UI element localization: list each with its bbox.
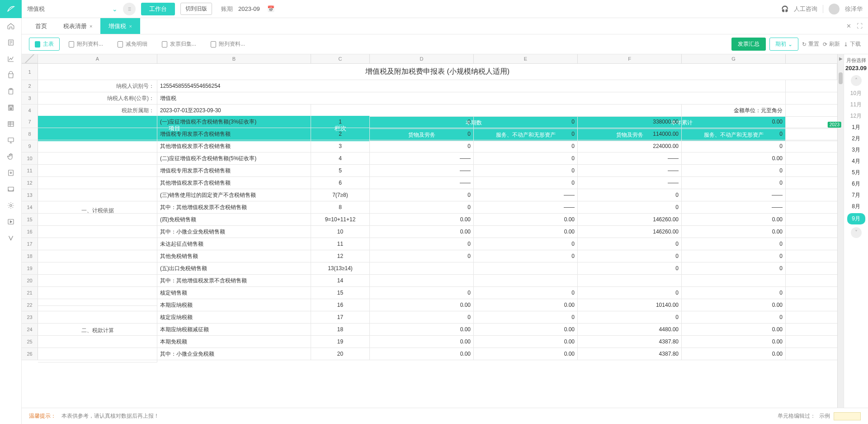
item-cell[interactable]: 其中：小微企业免税额 xyxy=(157,348,311,360)
col-cell[interactable]: 17 xyxy=(311,311,370,323)
data-cell[interactable]: 0.00 xyxy=(370,336,474,348)
col-cell[interactable]: 7(7≥8) xyxy=(311,189,370,201)
data-cell[interactable]: 0 xyxy=(474,116,578,128)
row-header[interactable]: 8 xyxy=(22,128,38,140)
data-cell[interactable]: 146260.00 xyxy=(578,214,682,225)
month-option[interactable]: 2月 xyxy=(844,133,868,144)
subtab-主表[interactable]: 主表 xyxy=(29,38,60,51)
data-cell[interactable]: 0.00 xyxy=(370,324,474,335)
subtab-附列资料...[interactable]: 附列资料... xyxy=(63,38,108,51)
data-cell[interactable] xyxy=(370,275,474,286)
item-cell[interactable]: 本期应纳税额 xyxy=(157,299,311,311)
data-cell[interactable]: 0 xyxy=(370,128,474,140)
data-cell[interactable]: —— xyxy=(682,201,786,213)
download-button[interactable]: ⤓下载 xyxy=(844,40,861,48)
data-cell[interactable]: 0 xyxy=(578,262,682,274)
scrollbar[interactable]: ▶ xyxy=(837,54,844,408)
item-cell[interactable]: (一)应征增值税不含税销售额(3%征收率) xyxy=(157,116,311,128)
col-header[interactable]: B xyxy=(157,54,311,63)
col-cell[interactable]: 15 xyxy=(311,287,370,299)
row-header[interactable]: 18 xyxy=(22,250,38,262)
data-cell[interactable]: 0 xyxy=(578,287,682,299)
col-cell[interactable]: 11 xyxy=(311,238,370,250)
data-cell[interactable]: 146260.00 xyxy=(578,226,682,238)
data-cell[interactable]: 0 xyxy=(370,311,474,323)
row-header[interactable]: 20 xyxy=(22,275,38,286)
row-header[interactable]: 16 xyxy=(22,226,38,238)
avatar[interactable] xyxy=(829,4,840,14)
data-cell[interactable]: 0 xyxy=(578,201,682,213)
nav-hand-icon[interactable] xyxy=(0,148,22,165)
col-cell[interactable]: 2 xyxy=(311,128,370,140)
data-cell[interactable]: 0 xyxy=(682,128,786,140)
subtab-发票归集...[interactable]: 发票归集... xyxy=(156,38,202,51)
data-cell[interactable]: 4387.80 xyxy=(578,336,682,348)
col-header[interactable]: G xyxy=(682,54,786,63)
item-cell[interactable]: 其中：其他增值税发票不含税销售额 xyxy=(157,275,311,286)
month-nav-down[interactable]: ˅ xyxy=(851,227,862,238)
item-cell[interactable]: (二)应征增值税不含税销售额(5%征收率) xyxy=(157,152,311,164)
item-cell[interactable]: 其他免税销售额 xyxy=(157,250,311,262)
col-header[interactable]: E xyxy=(474,54,578,63)
data-cell[interactable]: 0 xyxy=(682,262,786,274)
col-cell[interactable]: 19 xyxy=(311,336,370,348)
reset-button[interactable]: ↻重置 xyxy=(802,40,819,48)
row-header[interactable]: 26 xyxy=(22,348,38,360)
item-cell[interactable]: (五)出口免税销售额 xyxy=(157,262,311,274)
data-cell[interactable]: 4480.00 xyxy=(578,324,682,335)
data-cell[interactable]: 0 xyxy=(370,250,474,262)
col-cell[interactable]: 9=10+11+12 xyxy=(311,214,370,225)
tab-首页[interactable]: 首页 xyxy=(27,18,55,34)
data-cell[interactable]: 0 xyxy=(682,177,786,189)
data-cell[interactable]: 0 xyxy=(682,140,786,152)
data-cell[interactable]: 0.00 xyxy=(682,152,786,164)
data-cell[interactable] xyxy=(474,275,578,286)
month-option[interactable]: 8月 xyxy=(844,201,868,212)
chevron-right-icon[interactable]: ▶ xyxy=(839,56,843,61)
data-cell[interactable]: 0 xyxy=(370,287,474,299)
item-cell[interactable]: 本期免税额 xyxy=(157,336,311,348)
subtab-附列资料...[interactable]: 附列资料... xyxy=(205,38,250,51)
consult-link[interactable]: 人工咨询 xyxy=(794,5,817,13)
tab-税表清册[interactable]: 税表清册× xyxy=(55,18,100,34)
data-cell[interactable]: —— xyxy=(682,189,786,201)
close-all-icon[interactable]: ✕ xyxy=(846,23,851,29)
col-cell[interactable]: 4 xyxy=(311,152,370,164)
data-cell[interactable]: 0.00 xyxy=(682,116,786,128)
data-cell[interactable]: 0 xyxy=(474,140,578,152)
data-cell[interactable]: 0.00 xyxy=(474,336,578,348)
data-cell[interactable]: 0.00 xyxy=(474,214,578,225)
col-header[interactable]: D xyxy=(370,54,474,63)
nav-v-icon[interactable] xyxy=(0,230,22,246)
item-cell[interactable]: 本期应纳税额减征额 xyxy=(157,324,311,335)
nav-play-icon[interactable] xyxy=(0,214,22,230)
data-cell[interactable]: 0 xyxy=(474,152,578,164)
data-cell[interactable]: 0 xyxy=(682,238,786,250)
close-icon[interactable]: × xyxy=(129,24,132,29)
data-cell[interactable]: —— xyxy=(578,177,682,189)
col-header[interactable]: C xyxy=(311,54,370,63)
row-header[interactable]: 10 xyxy=(22,152,38,164)
headset-icon[interactable]: 🎧 xyxy=(781,5,788,12)
subtab-减免明细[interactable]: 减免明细 xyxy=(112,38,153,51)
nav-doc-icon[interactable] xyxy=(0,34,22,51)
row-header[interactable]: 12 xyxy=(22,177,38,189)
data-cell[interactable]: 338000.00 xyxy=(578,116,682,128)
col-cell[interactable]: 6 xyxy=(311,177,370,189)
month-option[interactable]: 5月 xyxy=(844,167,868,178)
item-cell[interactable]: 其中：其他增值税发票不含税销售额 xyxy=(157,201,311,213)
tenant-selector[interactable]: 增值税 ⌄ xyxy=(27,5,118,13)
item-cell[interactable]: 其他增值税发票不含税销售额 xyxy=(157,140,311,152)
data-cell[interactable]: 0 xyxy=(682,250,786,262)
row-header[interactable]: 25 xyxy=(22,336,38,348)
data-cell[interactable]: —— xyxy=(474,201,578,213)
item-cell[interactable]: 核定销售额 xyxy=(157,287,311,299)
col-cell[interactable]: 10 xyxy=(311,226,370,238)
list-icon[interactable] xyxy=(123,3,136,15)
data-cell[interactable] xyxy=(474,262,578,274)
data-cell[interactable]: 0 xyxy=(578,250,682,262)
data-cell[interactable] xyxy=(370,262,474,274)
nav-bag-icon[interactable] xyxy=(0,67,22,83)
col-cell[interactable]: 12 xyxy=(311,250,370,262)
data-cell[interactable]: 0.00 xyxy=(370,214,474,225)
